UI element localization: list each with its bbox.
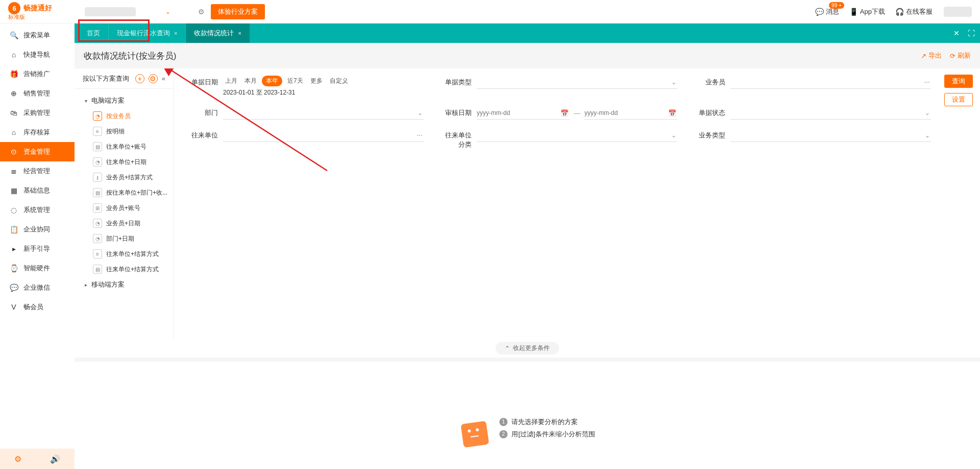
tree-item-partner-settle2[interactable]: ▤往来单位+结算方式 <box>75 262 174 277</box>
label-clerk: 业务员 <box>693 76 725 87</box>
tree-item-by-detail[interactable]: ≡按明细 <box>75 124 174 139</box>
audit-date-from[interactable] <box>477 106 570 120</box>
list-icon: ≡ <box>93 249 102 259</box>
chevron-down-icon[interactable]: ⌄ <box>925 132 930 139</box>
robot-illustration <box>459 410 490 446</box>
label-bill-type: 单据类型 <box>439 76 472 87</box>
audit-date-to[interactable] <box>584 106 677 120</box>
date-quick-picker: 上月 本月 本年 近7天 更多 自定义 <box>223 76 424 86</box>
tree-group-mobile[interactable]: ▸移动端方案 <box>75 277 174 292</box>
empty-step-2: 2用[过滤]条件来缩小分析范围 <box>499 430 595 439</box>
status-select[interactable] <box>730 106 931 120</box>
calendar-icon[interactable]: 📅 <box>560 109 569 117</box>
sync-icon: ◌ <box>9 205 18 215</box>
quick-more[interactable]: 更多 <box>308 76 325 86</box>
clerk-input[interactable] <box>730 76 931 89</box>
quick-last-month[interactable]: 上月 <box>223 76 239 86</box>
sidebar-item-search[interactable]: 🔍搜索菜单 <box>0 26 75 45</box>
close-icon[interactable]: × <box>174 30 177 36</box>
partner-cat-select[interactable] <box>477 129 677 142</box>
collapse-toggle[interactable]: ⌃ 收起更多条件 <box>496 342 559 355</box>
tree-item-partner-account[interactable]: ▤往来单位+账号 <box>75 139 174 154</box>
sidebar-item-collab[interactable]: 📋企业协同 <box>0 220 75 239</box>
industry-plan-button[interactable]: 体验行业方案 <box>211 4 265 19</box>
logo[interactable]: 6 畅捷通好 标准版 <box>8 2 75 21</box>
online-service-label: 在线客服 <box>906 7 933 16</box>
sidebar-item-funds[interactable]: ⊙资金管理 <box>0 142 75 161</box>
warehouse-icon: ⌂ <box>9 128 18 137</box>
sidebar-item-guide[interactable]: ▸新手引导 <box>0 239 75 259</box>
scheme-settings-icon[interactable]: ⚙ <box>149 74 158 83</box>
tree-group-desktop[interactable]: ▾电脑端方案 <box>75 93 174 108</box>
close-icon[interactable]: × <box>238 30 241 36</box>
close-all-icon[interactable]: ✕ <box>953 29 960 37</box>
online-service-link[interactable]: 🎧 在线客服 <box>891 5 937 18</box>
sidebar-item-baseinfo[interactable]: ▦基础信息 <box>0 181 75 200</box>
bill-type-select[interactable] <box>477 76 677 89</box>
tree-item-by-clerk[interactable]: ◔按业务员 <box>75 108 174 124</box>
tab-receipt-stats[interactable]: 收款情况统计× <box>186 24 250 43</box>
label-bill-date: 单据日期 <box>185 76 218 87</box>
chevron-down-icon[interactable]: ⌄ <box>925 109 930 116</box>
sidebar-item-hardware[interactable]: ⌚智能硬件 <box>0 259 75 278</box>
tree-item-clerk-settle[interactable]: ⫿业务员+结算方式 <box>75 170 174 185</box>
org-name-obscured <box>85 7 136 16</box>
tab-cashflow[interactable]: 现金银行流水查询× <box>109 24 186 43</box>
sidebar-item-quicknav[interactable]: ⌂快捷导航 <box>0 45 75 64</box>
calendar-icon[interactable]: 📅 <box>668 109 676 117</box>
settings-icon[interactable]: ⚙ <box>14 454 21 464</box>
app-download-link[interactable]: 📱 App下载 <box>845 5 889 18</box>
sidebar-item-marketing[interactable]: 🎁营销推广 <box>0 64 75 84</box>
sidebar-item-wechat[interactable]: 💬企业微信 <box>0 278 75 297</box>
partner-input[interactable] <box>223 129 424 142</box>
chevron-down-icon[interactable]: ⌄ <box>418 109 423 116</box>
sidebar-item-purchase[interactable]: 🛍采购管理 <box>0 103 75 123</box>
caret-down-icon: ▾ <box>85 98 87 104</box>
quick-custom[interactable]: 自定义 <box>328 76 350 86</box>
collapse-panel-icon[interactable]: « <box>162 75 165 82</box>
quick-this-year[interactable]: 本年 <box>262 76 282 86</box>
sound-icon[interactable]: 🔊 <box>50 454 60 464</box>
dept-select[interactable] <box>223 106 424 120</box>
bar-icon: ⫿ <box>93 173 102 182</box>
tree-item-clerk-account[interactable]: ⊞业务员+账号 <box>75 200 174 216</box>
tree-item-dept-date[interactable]: ◔部门+日期 <box>75 231 174 246</box>
quick-this-month[interactable]: 本月 <box>242 76 259 86</box>
more-icon[interactable]: ⋯ <box>924 79 930 86</box>
biz-type-select[interactable] <box>730 129 931 142</box>
user-avatar-obscured[interactable] <box>944 7 972 17</box>
sidebar-item-member[interactable]: V畅会员 <box>0 297 75 317</box>
tree-item-partner-date[interactable]: ◔往来单位+日期 <box>75 154 174 170</box>
scheme-panel: 按以下方案查询 + ⚙ « ▾电脑端方案 ◔按业务员 ≡按明细 ▤往来单位+账号… <box>75 68 174 339</box>
tree-item-partner-settle1[interactable]: ≡往来单位+结算方式 <box>75 246 174 262</box>
sidebar-item-system[interactable]: ◌系统管理 <box>0 200 75 220</box>
sidebar-item-inventory[interactable]: ⌂库存核算 <box>0 123 75 142</box>
page-title: 收款情况统计(按业务员) <box>84 50 176 62</box>
device-icon: ⌚ <box>9 264 18 273</box>
org-dropdown[interactable]: ⌄ <box>85 5 192 19</box>
scheme-header-title: 按以下方案查询 <box>83 74 131 83</box>
sidebar-item-sales[interactable]: ⊕销售管理 <box>0 84 75 103</box>
tree-item-clerk-date[interactable]: ◔业务员+日期 <box>75 216 174 231</box>
messages-badge: 99 + <box>829 2 844 9</box>
chevron-down-icon[interactable]: ⌄ <box>671 79 676 86</box>
quick-7days[interactable]: 近7天 <box>285 76 305 86</box>
date-separator: — <box>574 109 580 117</box>
query-button[interactable]: 查询 <box>944 75 973 88</box>
tree-item-partner-dept[interactable]: ▤按往来单位+部门+收... <box>75 185 174 200</box>
fullscreen-icon[interactable]: ⛶ <box>968 29 975 37</box>
more-icon[interactable]: ⋯ <box>416 132 423 139</box>
export-button[interactable]: ↗导出 <box>921 51 942 60</box>
messages-link[interactable]: 💬 消息 99 + <box>811 5 843 18</box>
label-audit-date: 审核日期 <box>439 106 472 118</box>
tab-home[interactable]: 首页 <box>79 24 109 43</box>
chevron-down-icon[interactable]: ⌄ <box>671 132 676 139</box>
label-biz-type: 业务类型 <box>693 129 725 140</box>
gear-icon[interactable]: ⚙ <box>198 8 205 16</box>
caret-right-icon: ▸ <box>85 282 87 288</box>
refresh-button[interactable]: ⟳刷新 <box>950 51 971 60</box>
settings-button[interactable]: 设置 <box>944 93 973 106</box>
sidebar-item-operation[interactable]: ≣经营管理 <box>0 161 75 181</box>
add-scheme-icon[interactable]: + <box>135 74 144 83</box>
chevron-up-icon: ⌃ <box>505 345 510 352</box>
